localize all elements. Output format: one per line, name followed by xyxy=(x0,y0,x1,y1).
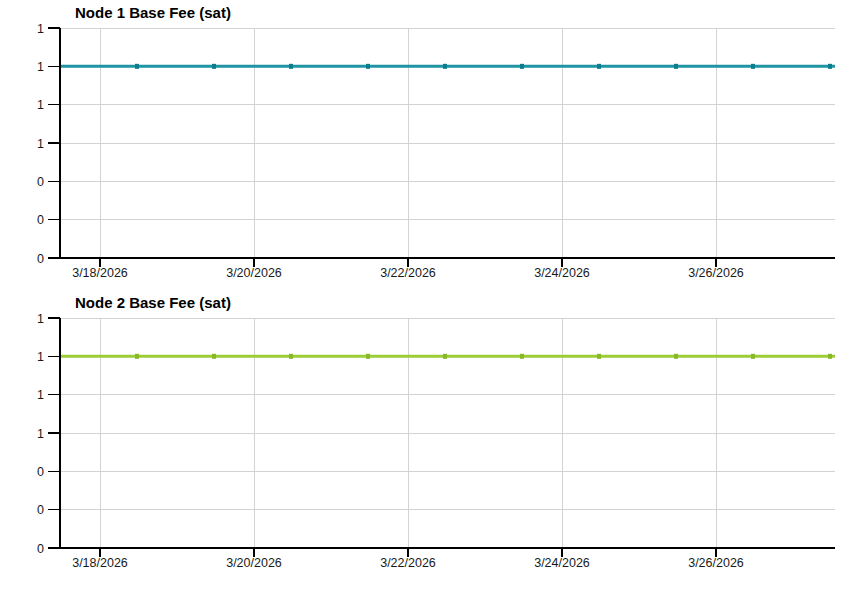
data-point-marker xyxy=(674,354,678,359)
x-tick-label: 3/18/2026 xyxy=(72,266,128,280)
y-tick-label: 1 xyxy=(37,60,44,74)
data-point-marker xyxy=(828,64,832,69)
x-tick-label: 3/24/2026 xyxy=(534,556,590,570)
data-point-marker xyxy=(828,354,832,359)
data-point-marker xyxy=(366,64,370,69)
data-point-marker xyxy=(674,64,678,69)
tick-marks xyxy=(48,318,716,557)
y-tick-label: 1 xyxy=(37,312,44,326)
y-tick-label: 0 xyxy=(37,175,44,189)
x-tick-label: 3/26/2026 xyxy=(688,266,744,280)
data-point-marker xyxy=(597,64,601,69)
gridlines xyxy=(60,318,835,548)
data-point-marker xyxy=(135,64,139,69)
tick-labels: 11110003/18/20263/20/20263/22/20263/24/2… xyxy=(37,312,744,571)
y-tick-label: 0 xyxy=(37,252,44,266)
data-point-marker xyxy=(289,354,293,359)
x-tick-label: 3/18/2026 xyxy=(72,556,128,570)
x-tick-label: 3/26/2026 xyxy=(688,556,744,570)
y-tick-label: 1 xyxy=(37,22,44,36)
data-point-marker xyxy=(751,354,755,359)
y-tick-label: 0 xyxy=(37,503,44,517)
data-point-marker xyxy=(751,64,755,69)
data-point-marker xyxy=(135,354,139,359)
data-point-marker xyxy=(212,354,216,359)
x-tick-label: 3/22/2026 xyxy=(380,556,436,570)
data-point-marker xyxy=(289,64,293,69)
chart-node1-base-fee: Node 1 Base Fee (sat) 11110003/18/20263/… xyxy=(0,0,860,290)
x-tick-label: 3/24/2026 xyxy=(534,266,590,280)
x-tick-label: 3/20/2026 xyxy=(226,266,282,280)
x-tick-label: 3/22/2026 xyxy=(380,266,436,280)
y-tick-label: 1 xyxy=(37,388,44,402)
data-point-marker xyxy=(443,64,447,69)
chart-node1-plot-area: 11110003/18/20263/20/20263/22/20263/24/2… xyxy=(0,0,860,290)
tick-marks xyxy=(48,28,716,267)
chart-node2-base-fee: Node 2 Base Fee (sat) 11110003/18/20263/… xyxy=(0,290,860,600)
x-tick-label: 3/20/2026 xyxy=(226,556,282,570)
data-point-marker xyxy=(520,64,524,69)
y-tick-label: 1 xyxy=(37,137,44,151)
base-fee-charts-page: Node 1 Base Fee (sat) 11110003/18/20263/… xyxy=(0,0,860,600)
data-point-marker xyxy=(520,354,524,359)
gridlines xyxy=(60,28,835,258)
data-point-marker xyxy=(366,354,370,359)
data-point-marker xyxy=(443,354,447,359)
tick-labels: 11110003/18/20263/20/20263/22/20263/24/2… xyxy=(37,22,744,281)
y-tick-label: 0 xyxy=(37,213,44,227)
y-tick-label: 1 xyxy=(37,350,44,364)
y-tick-label: 1 xyxy=(37,427,44,441)
y-tick-label: 0 xyxy=(37,542,44,556)
data-point-marker xyxy=(212,64,216,69)
y-tick-label: 1 xyxy=(37,98,44,112)
data-point-marker xyxy=(597,354,601,359)
y-tick-label: 0 xyxy=(37,465,44,479)
chart-node2-plot-area: 11110003/18/20263/20/20263/22/20263/24/2… xyxy=(0,290,860,600)
